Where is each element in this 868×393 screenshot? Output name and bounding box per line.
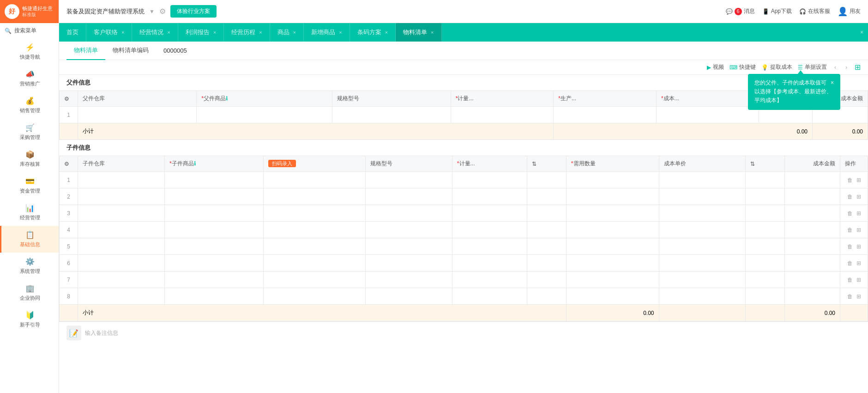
scan-btn[interactable]: 扫码录入	[268, 160, 296, 167]
next-arrow[interactable]: ›	[844, 63, 849, 72]
delete-icon[interactable]: 🗑	[847, 293, 853, 300]
messages-item[interactable]: 💬 6 消息	[726, 7, 755, 15]
sidebar-item-sales[interactable]: 💰 销售管理	[0, 92, 59, 119]
search-menu[interactable]: 🔍 搜索菜单	[0, 23, 59, 38]
user-label: 用友	[850, 7, 861, 15]
sidebar-item-basic-info[interactable]: 📋 基础信息	[0, 226, 59, 253]
app-download-item[interactable]: 📱 App下载	[762, 7, 792, 15]
view-video-btn[interactable]: ▶ 视频	[707, 63, 724, 71]
tab-operations[interactable]: 经营情况 ×	[132, 23, 178, 42]
tabs-close-all[interactable]: ×	[856, 29, 868, 36]
settings-icon[interactable]: ⚙	[159, 7, 166, 16]
unit-cell[interactable]	[451, 107, 554, 123]
copy-icon[interactable]: ⊞	[856, 210, 861, 217]
grid-icon[interactable]: ⊞	[855, 63, 861, 72]
tab-goods[interactable]: 商品 ×	[270, 23, 304, 42]
tab-profit[interactable]: 利润报告 ×	[178, 23, 224, 42]
notes-icon: 📝	[66, 326, 81, 340]
single-settings-label: 单据设置	[805, 63, 827, 71]
phone-icon: 📱	[762, 8, 769, 15]
extract-cost-btn[interactable]: 💡 提取成本	[761, 63, 792, 71]
tab-customers[interactable]: 客户联络 ×	[86, 23, 132, 42]
sub-tab-bom[interactable]: 物料清单	[66, 42, 105, 60]
sidebar-item-guide[interactable]: 🔰 新手引导	[0, 306, 59, 333]
sidebar-item-quick-nav[interactable]: ⚡ 快捷导航	[0, 38, 59, 65]
copy-icon[interactable]: ⊞	[856, 227, 861, 233]
tab-label: 条码方案	[357, 28, 381, 36]
tab-close-icon[interactable]: ×	[339, 30, 342, 35]
copy-icon[interactable]: ⊞	[856, 243, 861, 250]
tab-label: 新增商品	[311, 28, 335, 36]
action-icons: 🗑⊞	[845, 243, 863, 250]
parent-subtotal-row: 小计 0.00 0.00	[60, 123, 868, 140]
copy-icon[interactable]: ⊞	[856, 177, 861, 183]
delete-icon[interactable]: 🗑	[847, 260, 853, 266]
col-settings[interactable]: ⚙	[60, 91, 78, 107]
logo-area: 好 畅捷通好生意 标准版	[0, 0, 59, 23]
system-icon: ⚙️	[25, 257, 35, 266]
delete-icon[interactable]: 🗑	[847, 277, 853, 283]
messages-label: 消息	[744, 7, 755, 15]
sub-tab-code[interactable]: 物料清单编码	[105, 42, 156, 60]
logo-sub: 标准版	[22, 12, 53, 18]
tab-close-icon[interactable]: ×	[213, 30, 216, 35]
sidebar-item-inventory[interactable]: 📦 库存核算	[0, 145, 59, 172]
sidebar-item-enterprise[interactable]: 🏢 企业协同	[0, 279, 59, 306]
cost-cell[interactable]	[656, 107, 759, 123]
shortcut-btn[interactable]: ⌨ 快捷键	[729, 63, 756, 71]
parent-warehouse-cell[interactable]	[78, 107, 197, 123]
copy-icon[interactable]: ⊞	[856, 193, 861, 200]
basic-info-icon: 📋	[25, 230, 35, 239]
parent-goods-cell[interactable]	[197, 107, 332, 123]
col-settings-child[interactable]: ⚙	[60, 156, 78, 172]
operations-icon: 📊	[25, 204, 35, 212]
sidebar-item-label: 库存核算	[20, 161, 40, 168]
col-sort-child[interactable]: ⇅	[527, 156, 566, 172]
sidebar-item-finance[interactable]: 💳 资金管理	[0, 172, 59, 199]
sidebar-item-marketing[interactable]: 📣 营销推广	[0, 65, 59, 92]
copy-icon[interactable]: ⊞	[856, 293, 861, 300]
production-cell[interactable]	[554, 107, 657, 123]
tab-close-icon[interactable]: ×	[431, 30, 434, 35]
delete-icon[interactable]: 🗑	[847, 210, 853, 217]
tab-barcode[interactable]: 条码方案 ×	[350, 23, 396, 42]
table-row: 1	[60, 107, 868, 123]
tab-close-icon[interactable]: ×	[121, 30, 124, 35]
col-scan[interactable]: 扫码录入	[264, 156, 366, 172]
sidebar-item-label: 销售管理	[20, 107, 40, 114]
tab-close-icon[interactable]: ×	[293, 30, 296, 35]
delete-icon[interactable]: 🗑	[847, 177, 853, 183]
sidebar-item-purchase[interactable]: 🛒 采购管理	[0, 119, 59, 145]
sidebar-item-system[interactable]: ⚙️ 系统管理	[0, 253, 59, 279]
prev-arrow[interactable]: ‹	[832, 63, 838, 72]
action-icons: 🗑⊞	[845, 227, 863, 233]
tab-close-icon[interactable]: ×	[167, 30, 170, 35]
experience-btn[interactable]: 体验行业方案	[170, 5, 217, 18]
user-item[interactable]: 👤 用友	[838, 6, 861, 17]
tab-label: 首页	[66, 28, 78, 36]
online-service-item[interactable]: 🎧 在线客服	[799, 7, 830, 15]
tooltip-close-btn[interactable]: ×	[831, 79, 834, 87]
sidebar-item-label: 经营管理	[20, 214, 40, 221]
tab-close-icon[interactable]: ×	[259, 30, 262, 35]
copy-icon[interactable]: ⊞	[856, 277, 861, 283]
tab-close-icon[interactable]: ×	[385, 30, 388, 35]
copy-icon[interactable]: ⊞	[856, 260, 861, 266]
system-title: 装备及固定资产辅助管理系统	[66, 7, 145, 16]
col-action: 操作	[840, 156, 868, 172]
delete-icon[interactable]: 🗑	[847, 193, 853, 200]
guide-icon: 🔰	[25, 311, 35, 320]
tab-bom[interactable]: 物料清单 ×	[396, 23, 441, 42]
sidebar-item-operations[interactable]: 📊 经营管理	[0, 199, 59, 226]
expand-icon[interactable]: ▼	[149, 8, 155, 15]
delete-icon[interactable]: 🗑	[847, 227, 853, 233]
delete-icon[interactable]: 🗑	[847, 243, 853, 250]
tab-history[interactable]: 经营历程 ×	[224, 23, 270, 42]
notes-placeholder[interactable]: 输入备注信息	[85, 329, 118, 337]
sidebar: 好 畅捷通好生意 标准版 🔍 搜索菜单 ⚡ 快捷导航 📣 营销推广 💰 销售管理…	[0, 0, 59, 393]
tab-home[interactable]: 首页	[59, 23, 86, 42]
tab-new-goods[interactable]: 新增商品 ×	[304, 23, 350, 42]
parent-table: ⚙ 父件仓库 *父件商品ℹ 规格型号 *计量... *生产... *成本... …	[59, 91, 868, 140]
spec-cell[interactable]	[332, 107, 451, 123]
col-sort2[interactable]: ⇅	[746, 156, 785, 172]
